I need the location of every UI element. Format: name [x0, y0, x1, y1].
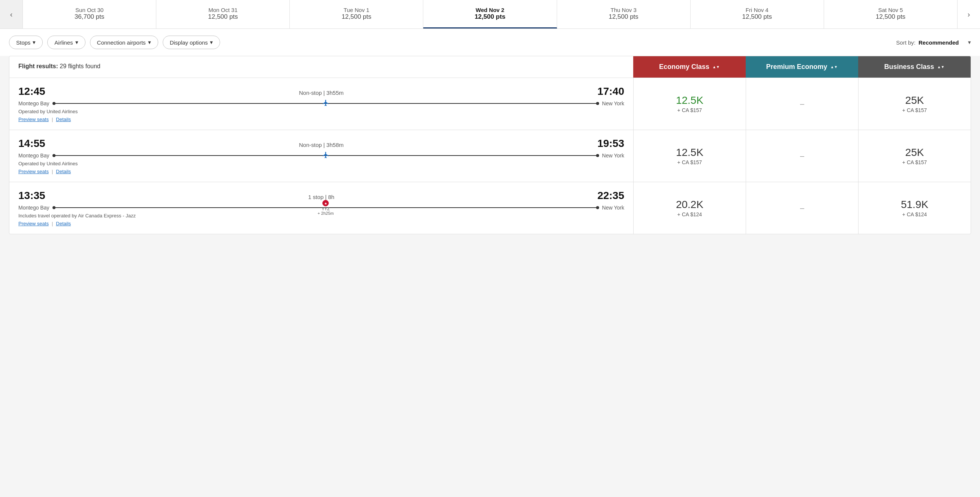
chevron-down-icon: ▾	[33, 39, 36, 46]
prev-date-button[interactable]: ‹	[0, 0, 22, 29]
preview-seats-link-2[interactable]: Preview seats	[18, 221, 49, 226]
flight-links-2: Preview seats | Details	[18, 221, 624, 226]
economy-price-2[interactable]: 20.2K + CA $124	[633, 182, 746, 234]
stop-icon: ★	[322, 200, 329, 206]
date-item-1[interactable]: Mon Oct 31 12,500 pts	[156, 0, 290, 29]
sort-arrows-premium: ▲▼	[830, 65, 838, 69]
economy-price-0[interactable]: 12.5K + CA $157	[633, 78, 746, 130]
route-line-1	[52, 153, 599, 158]
date-item-2[interactable]: Tue Nov 1 12,500 pts	[290, 0, 423, 29]
details-link-0[interactable]: Details	[56, 117, 71, 122]
date-item-0[interactable]: Sun Oct 30 36,700 pts	[22, 0, 156, 29]
stops-filter-button[interactable]: Stops ▾	[9, 36, 43, 49]
business-class-header[interactable]: Business Class ▲▼	[858, 56, 970, 78]
route-line-0	[52, 101, 599, 106]
chevron-down-icon: ▾	[968, 39, 971, 46]
flight-times-0: 12:45 Non-stop | 3h55m 17:40	[18, 86, 624, 97]
flight-row: 14:55 Non-stop | 3h58m 19:53 Montego Bay	[10, 130, 970, 182]
display-options-filter-button[interactable]: Display options ▾	[163, 36, 220, 49]
flight-route-1: Montego Bay New York	[18, 152, 624, 159]
business-price-2[interactable]: 51.9K + CA $124	[858, 182, 970, 234]
results-header: Flight results: 29 flights found Economy…	[10, 56, 970, 78]
airlines-filter-button[interactable]: Airlines ▾	[47, 36, 85, 49]
economy-class-header[interactable]: Economy Class ▲▼	[633, 56, 746, 78]
sort-arrows-business: ▲▼	[937, 65, 945, 69]
flight-links-0: Preview seats | Details	[18, 117, 624, 122]
date-item-4[interactable]: Thu Nov 3 12,500 pts	[557, 0, 690, 29]
flight-info-1: 14:55 Non-stop | 3h58m 19:53 Montego Bay	[10, 130, 633, 182]
sort-select[interactable]: Recommended	[918, 39, 965, 46]
flight-route-0: Montego Bay New York	[18, 100, 624, 106]
business-price-1[interactable]: 25K + CA $157	[858, 130, 970, 182]
flight-info-2: 13:35 1 stop | 8h 22:35 Montego Bay ★ YY	[10, 182, 633, 234]
svg-text:★: ★	[324, 202, 327, 205]
business-price-0[interactable]: 25K + CA $157	[858, 78, 970, 130]
date-item-6[interactable]: Sat Nov 5 12,500 pts	[824, 0, 958, 29]
details-link-2[interactable]: Details	[56, 221, 71, 226]
sort-arrows-economy: ▲▼	[712, 65, 720, 69]
economy-price-1[interactable]: 12.5K + CA $157	[633, 130, 746, 182]
chevron-down-icon: ▾	[210, 39, 213, 46]
flight-times-1: 14:55 Non-stop | 3h58m 19:53	[18, 138, 624, 149]
chevron-down-icon: ▾	[148, 39, 151, 46]
flight-row: 12:45 Non-stop | 3h55m 17:40 Montego Bay	[10, 78, 970, 130]
sort-group: Sort by: Recommended ▾	[896, 39, 971, 46]
plane-icon	[322, 151, 329, 159]
details-link-1[interactable]: Details	[56, 169, 71, 174]
preview-seats-link-1[interactable]: Preview seats	[18, 169, 49, 174]
chevron-down-icon: ▾	[75, 39, 78, 46]
premium-price-2: –	[746, 182, 858, 234]
preview-seats-link-0[interactable]: Preview seats	[18, 117, 49, 122]
premium-price-1: –	[746, 130, 858, 182]
premium-economy-header[interactable]: Premium Economy ▲▼	[746, 56, 858, 78]
date-navigation: ‹ Sun Oct 30 36,700 pts Mon Oct 31 12,50…	[0, 0, 980, 29]
filters-bar: Stops ▾ Airlines ▾ Connection airports ▾…	[0, 29, 980, 56]
premium-price-0: –	[746, 78, 858, 130]
flight-row: 13:35 1 stop | 8h 22:35 Montego Bay ★ YY	[10, 182, 970, 234]
results-title: Flight results: 29 flights found	[10, 56, 633, 78]
flight-links-1: Preview seats | Details	[18, 169, 624, 174]
results-table: Flight results: 29 flights found Economy…	[9, 56, 971, 234]
connection-airports-filter-button[interactable]: Connection airports ▾	[90, 36, 158, 49]
date-item-3[interactable]: Wed Nov 2 12,500 pts	[423, 0, 557, 29]
flight-info-0: 12:45 Non-stop | 3h55m 17:40 Montego Bay	[10, 78, 633, 130]
plane-icon	[322, 99, 329, 107]
flight-route-2: Montego Bay ★ YYZ + 2h25m N	[18, 205, 624, 211]
date-item-5[interactable]: Fri Nov 4 12,500 pts	[690, 0, 824, 29]
route-line-2: ★ YYZ + 2h25m	[52, 205, 599, 210]
next-date-button[interactable]: ›	[958, 0, 980, 29]
